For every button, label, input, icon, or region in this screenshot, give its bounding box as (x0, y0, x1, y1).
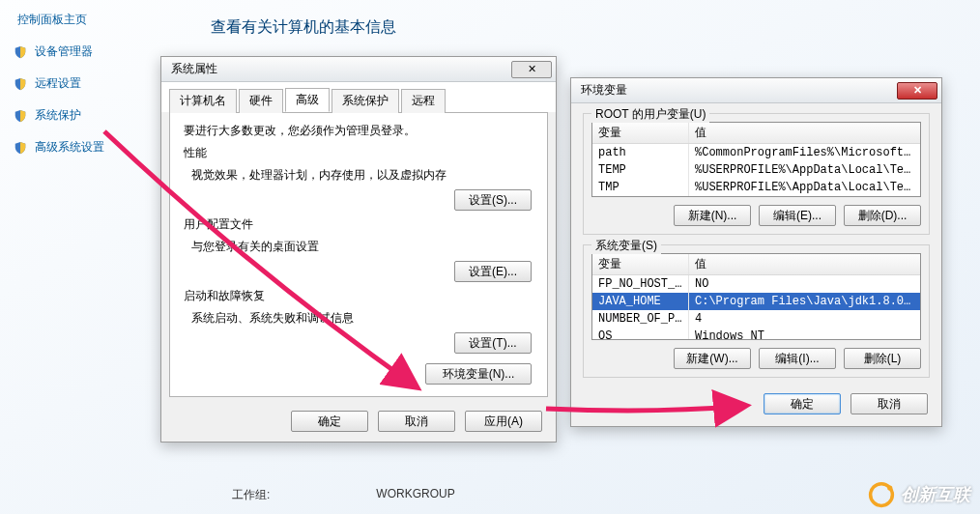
ok-button[interactable]: 确定 (291, 411, 368, 432)
sidebar-item-device-manager[interactable]: 设备管理器 (8, 42, 176, 62)
sidebar-item-label: 高级系统设置 (35, 139, 104, 156)
env-vars-dialog: 环境变量 ✕ ROOT 的用户变量(U) 变量 值 path%CommonPro… (570, 77, 942, 427)
var-name: path (592, 144, 689, 161)
col-var-header: 变量 (592, 254, 689, 274)
var-name: FP_NO_HOST_C... (592, 275, 689, 293)
dialog-title: 环境变量 (581, 82, 627, 99)
var-name: JAVA_HOME (592, 293, 689, 310)
shield-icon (14, 109, 27, 123)
user-new-button[interactable]: 新建(N)... (674, 205, 751, 226)
sys-vars-legend: 系统变量(S) (591, 238, 661, 254)
var-row[interactable]: path%CommonProgramFiles%\Microsoft ... (592, 144, 920, 161)
dialog-titlebar: 环境变量 ✕ (571, 78, 941, 103)
var-name: TEMP (592, 161, 689, 179)
var-name: NUMBER_OF_PR... (592, 310, 689, 328)
system-properties-dialog: 系统属性 ✕ 计算机名 硬件 高级 系统保护 远程 要进行大多数更改，您必须作为… (160, 56, 557, 443)
close-button[interactable]: ✕ (897, 82, 937, 100)
var-row[interactable]: TMP%USERPROFILE%\AppData\Local\Temp (592, 179, 920, 196)
sys-edit-button[interactable]: 编辑(I)... (759, 348, 836, 369)
tab-hardware[interactable]: 硬件 (239, 89, 283, 113)
perf-section-desc: 视觉效果，处理器计划，内存使用，以及虚拟内存 (191, 167, 533, 184)
dialog-footer: 确定 取消 (571, 387, 941, 426)
var-value: 4 (689, 310, 920, 328)
var-value: NO (689, 275, 920, 293)
sys-delete-button[interactable]: 删除(L) (844, 348, 921, 369)
startup-settings-button[interactable]: 设置(T)... (454, 332, 532, 354)
user-delete-button[interactable]: 删除(D)... (844, 205, 921, 226)
var-row[interactable]: TEMP%USERPROFILE%\AppData\Local\Temp (592, 161, 920, 179)
user-edit-button[interactable]: 编辑(E)... (759, 205, 836, 226)
dialog-titlebar: 系统属性 ✕ (161, 57, 556, 82)
user-vars-legend: ROOT 的用户变量(U) (591, 106, 709, 123)
shield-icon (14, 77, 27, 91)
shield-icon (14, 45, 27, 59)
page-title: 查看有关计算机的基本信息 (211, 17, 396, 38)
sidebar-item-advanced-system[interactable]: 高级系统设置 (8, 137, 176, 157)
var-value: Windows NT (689, 328, 920, 340)
perf-settings-button[interactable]: 设置(S)... (454, 189, 532, 211)
sidebar-item-remote-settings[interactable]: 远程设置 (8, 73, 176, 94)
profile-settings-button[interactable]: 设置(E)... (454, 261, 532, 282)
admin-note: 要进行大多数更改，您必须作为管理员登录。 (184, 123, 533, 139)
sys-vars-groupbox: 系统变量(S) 变量 值 FP_NO_HOST_C...NOJAVA_HOMEC… (583, 244, 930, 378)
logo-icon (868, 481, 895, 508)
var-value: C:\Program Files\Java\jdk1.8.0_25 (689, 293, 920, 310)
env-vars-button[interactable]: 环境变量(N)... (425, 363, 532, 385)
dialog-title: 系统属性 (171, 61, 217, 77)
var-name: TMP (592, 179, 689, 196)
perf-section-title: 性能 (184, 145, 533, 161)
user-vars-list[interactable]: 变量 值 path%CommonProgramFiles%\Microsoft … (591, 122, 921, 197)
sidebar-title: 控制面板主页 (17, 12, 176, 28)
shield-icon (14, 141, 27, 155)
var-name: OS (592, 328, 689, 340)
sys-new-button[interactable]: 新建(W)... (674, 348, 751, 369)
logo-text: 创新互联 (901, 483, 970, 506)
profile-section-desc: 与您登录有关的桌面设置 (191, 239, 533, 255)
ok-button[interactable]: 确定 (764, 393, 841, 414)
close-icon: ✕ (528, 63, 536, 75)
cancel-button[interactable]: 取消 (850, 393, 928, 414)
tabstrip: 计算机名 硬件 高级 系统保护 远程 (161, 82, 556, 112)
sidebar-item-label: 系统保护 (35, 107, 81, 124)
cancel-button[interactable]: 取消 (378, 411, 455, 432)
close-button[interactable]: ✕ (511, 61, 552, 78)
close-icon: ✕ (913, 84, 922, 97)
workgroup-label: 工作组: (232, 487, 270, 503)
brand-logo: 创新互联 (868, 481, 970, 508)
tab-advanced[interactable]: 高级 (285, 88, 330, 112)
sidebar-item-system-protection[interactable]: 系统保护 (8, 105, 176, 126)
col-val-header: 值 (689, 123, 920, 143)
startup-section-title: 启动和故障恢复 (184, 288, 533, 304)
profile-section-title: 用户配置文件 (184, 216, 533, 233)
workgroup-row: 工作组: WORKGROUP (232, 487, 455, 503)
tab-computer-name[interactable]: 计算机名 (169, 89, 237, 113)
sidebar-item-label: 设备管理器 (35, 43, 93, 60)
col-val-header: 值 (689, 254, 920, 274)
tab-remote[interactable]: 远程 (401, 89, 446, 113)
tab-system-protection[interactable]: 系统保护 (331, 89, 399, 113)
var-value: %USERPROFILE%\AppData\Local\Temp (689, 179, 920, 196)
var-value: %CommonProgramFiles%\Microsoft ... (689, 144, 920, 161)
var-row[interactable]: JAVA_HOMEC:\Program Files\Java\jdk1.8.0_… (592, 293, 920, 310)
advanced-tab-panel: 要进行大多数更改，您必须作为管理员登录。 性能 视觉效果，处理器计划，内存使用，… (169, 112, 548, 397)
workgroup-value: WORKGROUP (376, 487, 454, 503)
sys-vars-list[interactable]: 变量 值 FP_NO_HOST_C...NOJAVA_HOMEC:\Progra… (591, 253, 921, 340)
dialog-footer: 确定 取消 应用(A) (161, 401, 556, 442)
var-value: %USERPROFILE%\AppData\Local\Temp (689, 161, 920, 179)
svg-point-1 (887, 485, 892, 490)
sidebar-item-label: 远程设置 (35, 75, 81, 92)
user-vars-groupbox: ROOT 的用户变量(U) 变量 值 path%CommonProgramFil… (583, 113, 930, 235)
startup-section-desc: 系统启动、系统失败和调试信息 (191, 310, 533, 327)
var-row[interactable]: FP_NO_HOST_C...NO (592, 275, 920, 293)
apply-button[interactable]: 应用(A) (465, 411, 542, 432)
control-panel-sidebar: 控制面板主页 设备管理器 远程设置 系统保护 高级系统设置 (0, 0, 184, 181)
var-row[interactable]: OSWindows NT (592, 328, 920, 340)
var-row[interactable]: NUMBER_OF_PR...4 (592, 310, 920, 328)
col-var-header: 变量 (592, 123, 689, 143)
